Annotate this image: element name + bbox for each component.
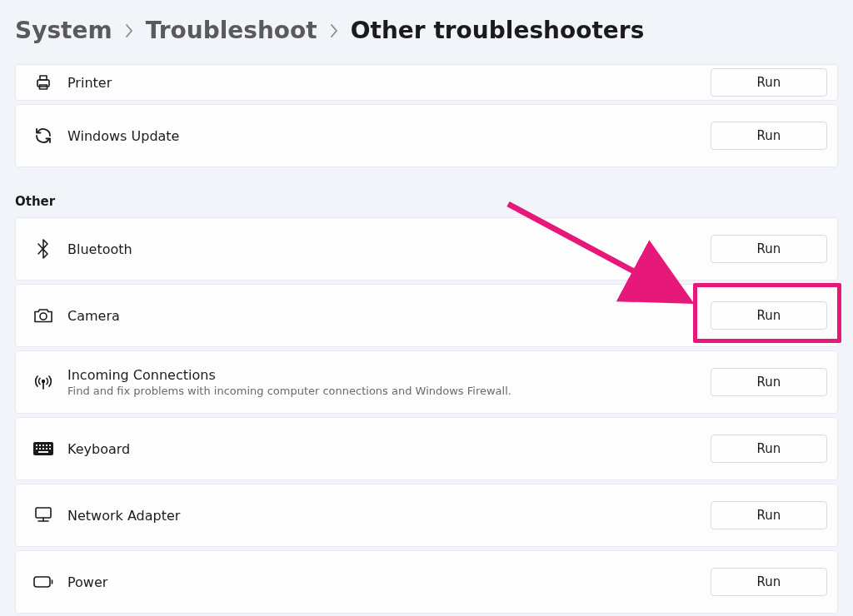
- section-heading-other: Other: [0, 171, 853, 217]
- svg-rect-21: [34, 577, 50, 587]
- svg-rect-13: [39, 448, 41, 450]
- troubleshooter-title: Printer: [67, 75, 711, 91]
- troubleshooter-row-windows-update: Windows Update Run: [15, 104, 838, 167]
- printer-icon: [26, 72, 61, 92]
- svg-rect-12: [36, 448, 37, 450]
- breadcrumb-troubleshoot[interactable]: Troubleshoot: [146, 17, 317, 44]
- troubleshooter-title: Camera: [67, 308, 711, 324]
- power-icon: [26, 575, 61, 589]
- svg-rect-10: [46, 445, 47, 446]
- sync-icon: [26, 126, 61, 146]
- troubleshooter-subtitle: Find and fix problems with incoming comp…: [67, 385, 711, 397]
- keyboard-icon: [26, 441, 61, 456]
- run-button-bluetooth[interactable]: Run: [711, 235, 827, 263]
- troubleshooter-row-network-adapter: Network Adapter Run: [15, 484, 838, 547]
- troubleshooter-row-camera: Camera Run: [15, 284, 838, 347]
- run-button-power[interactable]: Run: [711, 568, 827, 596]
- troubleshooter-row-printer: Printer Run: [15, 64, 838, 101]
- troubleshooter-list-top: Printer Run Windows Update Run: [0, 64, 853, 167]
- run-button-printer[interactable]: Run: [711, 68, 827, 97]
- troubleshooter-title: Bluetooth: [67, 241, 711, 257]
- troubleshooter-row-bluetooth: Bluetooth Run: [15, 217, 838, 281]
- troubleshooter-row-power: Power Run: [15, 550, 838, 614]
- troubleshooter-title: Windows Update: [67, 128, 711, 144]
- svg-rect-9: [42, 445, 44, 446]
- svg-rect-14: [42, 448, 44, 450]
- troubleshooter-row-keyboard: Keyboard Run: [15, 417, 838, 480]
- chevron-right-icon: [329, 23, 339, 38]
- breadcrumb-system[interactable]: System: [15, 17, 112, 44]
- svg-rect-7: [36, 445, 37, 446]
- troubleshooter-title: Network Adapter: [67, 508, 711, 524]
- troubleshooter-list-other: Bluetooth Run Camera Run I: [0, 217, 853, 614]
- run-button-network-adapter[interactable]: Run: [711, 501, 827, 529]
- svg-rect-16: [49, 448, 51, 450]
- run-button-incoming-connections[interactable]: Run: [711, 368, 827, 396]
- troubleshooter-title: Incoming Connections: [67, 367, 711, 383]
- camera-icon: [26, 306, 61, 325]
- bluetooth-icon: [26, 238, 61, 260]
- svg-rect-18: [36, 508, 51, 518]
- run-button-keyboard[interactable]: Run: [711, 435, 827, 463]
- troubleshooter-row-incoming-connections: Incoming Connections Find and fix proble…: [15, 350, 838, 414]
- run-button-camera[interactable]: Run: [711, 301, 827, 330]
- svg-point-3: [40, 313, 47, 320]
- network-adapter-icon: [26, 506, 61, 524]
- svg-rect-1: [40, 76, 47, 80]
- svg-rect-17: [38, 451, 48, 453]
- run-button-windows-update[interactable]: Run: [711, 122, 827, 150]
- breadcrumb-other-troubleshooters: Other troubleshooters: [351, 17, 645, 44]
- broadcast-icon: [26, 373, 61, 391]
- troubleshooter-title: Power: [67, 574, 711, 590]
- svg-rect-8: [39, 445, 41, 446]
- breadcrumb: System Troubleshoot Other troubleshooter…: [0, 0, 853, 64]
- svg-point-4: [42, 380, 45, 383]
- chevron-right-icon: [124, 23, 134, 38]
- svg-rect-11: [49, 445, 51, 446]
- troubleshooter-title: Keyboard: [67, 441, 711, 457]
- svg-rect-15: [46, 448, 47, 450]
